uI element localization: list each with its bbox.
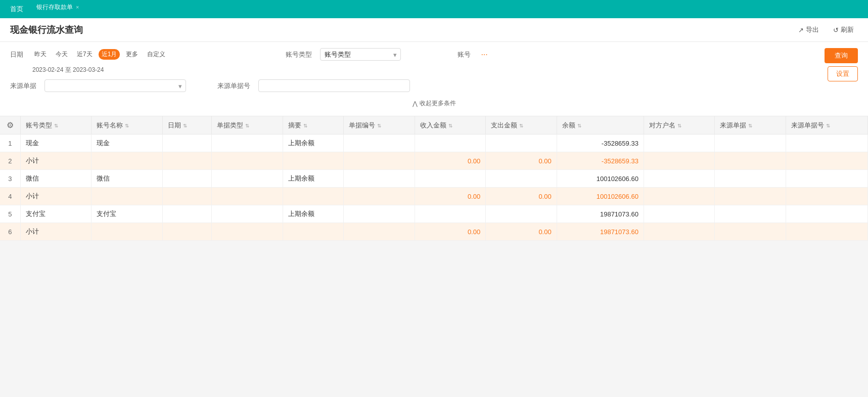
cell-doc_no — [344, 223, 415, 241]
cell-income: 0.00 — [415, 188, 486, 205]
date-shortcut-近7天[interactable]: 近7天 — [74, 49, 96, 60]
col-header-account_name: 账号名称⇅ — [92, 116, 163, 135]
data-table: ⚙账号类型⇅账号名称⇅日期⇅单据类型⇅摘要⇅单据编号⇅收入金额⇅支出金额⇅余额⇅… — [0, 116, 868, 241]
page-header: 现金银行流水查询 ↗ 导出 ↺ 刷新 — [0, 18, 868, 42]
cell-date — [162, 135, 212, 152]
cell-source_doc — [715, 135, 786, 152]
cell-account_name — [92, 152, 163, 170]
date-shortcut-昨天[interactable]: 昨天 — [31, 49, 50, 60]
top-nav: 首页 收款单×付款单×其他收入单×应收应付调整单×银行存取款单×预收冲应收单×收… — [0, 0, 868, 18]
account-type-label: 账号类型 — [286, 50, 312, 59]
cell-income — [415, 170, 486, 188]
table-row: 2小计0.000.00-3528659.33 — [0, 152, 868, 170]
cell-balance: 100102606.60 — [557, 188, 644, 205]
date-shortcut-近1月[interactable]: 近1月 — [99, 49, 120, 60]
collapse-btn[interactable]: ⋀ 收起更多条件 — [10, 97, 858, 110]
cell-expense: 0.00 — [486, 188, 557, 205]
sort-icon[interactable]: ⇅ — [245, 123, 249, 128]
cell-counterpart — [644, 223, 715, 241]
sort-icon[interactable]: ⇅ — [577, 123, 581, 128]
sort-icon[interactable]: ⇅ — [303, 123, 307, 128]
cell-counterpart — [644, 135, 715, 152]
cell-source_doc — [715, 152, 786, 170]
cell-source_doc_no — [786, 135, 867, 152]
cell-index: 4 — [0, 188, 20, 205]
col-header-date: 日期⇅ — [162, 116, 212, 135]
collapse-icon: ⋀ — [413, 100, 418, 107]
cell-account_name — [92, 188, 163, 205]
source-doc-select[interactable] — [44, 79, 186, 92]
filter-row-2: 来源单据 来源单据号 — [10, 79, 814, 92]
cell-index: 3 — [0, 170, 20, 188]
cell-balance: -3528659.33 — [557, 135, 644, 152]
cell-counterpart — [644, 205, 715, 223]
gear-icon[interactable]: ⚙ — [7, 121, 14, 129]
cell-doc_no — [344, 170, 415, 188]
cell-income: 0.00 — [415, 223, 486, 241]
col-header-gear: ⚙ — [0, 116, 20, 135]
cell-account_name: 支付宝 — [92, 205, 163, 223]
table-row: 4小计0.000.00100102606.60 — [0, 188, 868, 205]
sort-icon[interactable]: ⇅ — [826, 123, 830, 128]
refresh-icon: ↺ — [833, 26, 839, 34]
cell-source_doc_no — [786, 152, 867, 170]
cell-date — [162, 170, 212, 188]
sort-icon[interactable]: ⇅ — [54, 123, 58, 128]
cell-account_type: 小计 — [20, 188, 92, 205]
account-dots-btn[interactable]: ··· — [479, 50, 489, 59]
close-tab-icon[interactable]: × — [76, 4, 79, 10]
sort-icon[interactable]: ⇅ — [183, 123, 187, 128]
cell-source_doc — [715, 223, 786, 241]
col-header-expense: 支出金额⇅ — [486, 116, 557, 135]
sort-icon[interactable]: ⇅ — [677, 123, 681, 128]
table-row: 6小计0.000.0019871073.60 — [0, 223, 868, 241]
sort-icon[interactable]: ⇅ — [377, 123, 381, 128]
cell-account_name: 微信 — [92, 170, 163, 188]
cell-income — [415, 205, 486, 223]
cell-summary — [283, 152, 344, 170]
cell-source_doc_no — [786, 205, 867, 223]
cell-expense — [486, 205, 557, 223]
date-shortcut-今天[interactable]: 今天 — [53, 49, 71, 60]
export-button[interactable]: ↗ 导出 — [794, 23, 823, 36]
settings-button[interactable]: 设置 — [828, 66, 858, 81]
sort-icon[interactable]: ⇅ — [748, 123, 752, 128]
col-header-balance: 余额⇅ — [557, 116, 644, 135]
nav-home[interactable]: 首页 — [4, 5, 29, 14]
cell-index: 5 — [0, 205, 20, 223]
date-shortcuts: 昨天今天近7天近1月更多自定义 — [31, 49, 168, 60]
date-shortcut-自定义[interactable]: 自定义 — [144, 49, 168, 60]
page-title: 现金银行流水查询 — [10, 24, 83, 36]
col-header-doc_no: 单据编号⇅ — [344, 116, 415, 135]
cell-doc_no — [344, 205, 415, 223]
cell-account_type: 小计 — [20, 223, 92, 241]
export-icon: ↗ — [798, 26, 804, 34]
nav-tab-银行存取款单[interactable]: 银行存取款单× — [30, 0, 97, 14]
col-header-income: 收入金额⇅ — [415, 116, 486, 135]
source-doc-no-input[interactable] — [258, 79, 410, 92]
cell-doc_type — [212, 135, 283, 152]
nav-tab-预收冲应收单[interactable]: 预收冲应收单× — [30, 14, 97, 18]
col-header-doc_type: 单据类型⇅ — [212, 116, 283, 135]
sort-icon[interactable]: ⇅ — [125, 123, 129, 128]
account-type-select[interactable]: 账号类型 — [320, 48, 401, 61]
cell-balance: 19871073.60 — [557, 205, 644, 223]
cell-index: 6 — [0, 223, 20, 241]
sort-icon[interactable]: ⇅ — [448, 123, 452, 128]
table-container: ⚙账号类型⇅账号名称⇅日期⇅单据类型⇅摘要⇅单据编号⇅收入金额⇅支出金额⇅余额⇅… — [0, 116, 868, 241]
query-button[interactable]: 查询 — [825, 48, 858, 63]
cell-counterpart — [644, 188, 715, 205]
sort-icon[interactable]: ⇅ — [519, 123, 523, 128]
cell-income — [415, 135, 486, 152]
date-shortcut-更多[interactable]: 更多 — [123, 49, 141, 60]
header-actions: ↗ 导出 ↺ 刷新 — [794, 23, 858, 36]
cell-summary: 上期余额 — [283, 135, 344, 152]
cell-summary — [283, 223, 344, 241]
cell-balance: 100102606.60 — [557, 170, 644, 188]
refresh-button[interactable]: ↺ 刷新 — [829, 23, 858, 36]
table-row: 5支付宝支付宝上期余额19871073.60 — [0, 205, 868, 223]
source-doc-label: 来源单据 — [10, 81, 36, 91]
cell-doc_type — [212, 205, 283, 223]
date-range: 2023-02-24 至 2023-03-24 — [32, 66, 104, 73]
cell-date — [162, 223, 212, 241]
